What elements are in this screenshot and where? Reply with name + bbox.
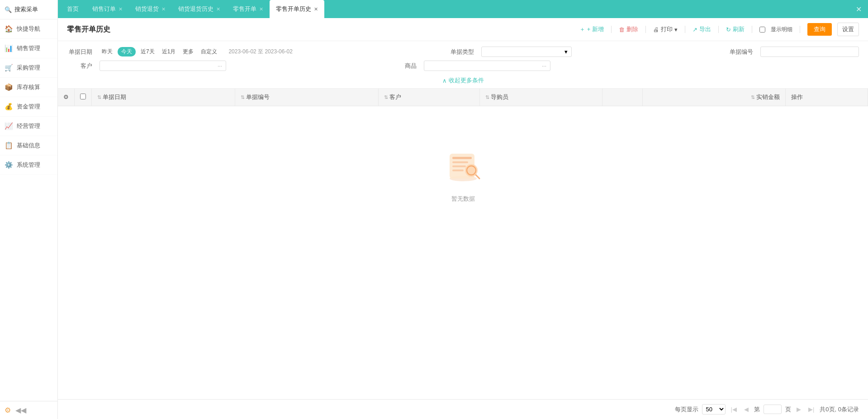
tab-close-retail-open[interactable]: ✕: [259, 6, 263, 12]
th-guide: ⇅ 导购员: [480, 89, 602, 106]
svg-rect-5: [452, 169, 464, 171]
sidebar-label-sales-mgmt: 销售管理: [17, 44, 40, 52]
new-icon: ＋: [579, 25, 585, 33]
page-size-select[interactable]: 102050100: [702, 404, 726, 414]
sort-icon[interactable]: ⇅: [97, 94, 103, 100]
chevron-up-icon: ∧: [442, 77, 447, 84]
new-button[interactable]: ＋ + 新增: [579, 25, 604, 33]
tab-label-sales-order: 销售订单: [92, 5, 116, 13]
th-checkbox[interactable]: [75, 89, 92, 106]
date-btn-近1月[interactable]: 近1月: [160, 47, 178, 56]
empty-text: 暂无数据: [451, 195, 475, 203]
sidebar-item-basic-info[interactable]: 📋基础信息: [0, 136, 57, 155]
sidebar-item-quick-nav[interactable]: 🏠快捷导航: [0, 19, 57, 39]
tab-sales-order[interactable]: 销售订单 ✕: [86, 0, 129, 18]
divider: [685, 26, 685, 33]
sidebar-item-inventory[interactable]: 📦库存核算: [0, 78, 57, 97]
export-button[interactable]: ↗ 导出: [693, 25, 711, 33]
tab-retail-open[interactable]: 零售开单 ✕: [227, 0, 270, 18]
date-btn-自定义[interactable]: 自定义: [199, 47, 219, 56]
sort-icon[interactable]: ⇅: [485, 94, 491, 100]
settings-button[interactable]: ⚙: [5, 406, 11, 414]
sidebar-search[interactable]: 🔍 搜索采单: [0, 0, 57, 19]
tab-sales-return[interactable]: 销货退货 ✕: [129, 0, 172, 18]
select-all-checkbox[interactable]: [80, 94, 86, 99]
goods-ellipsis[interactable]: ···: [542, 63, 546, 69]
page-number-input[interactable]: 1: [764, 405, 782, 414]
tab-sales-return-history[interactable]: 销货退货历史 ✕: [172, 0, 227, 18]
prev-page-button[interactable]: ◀: [742, 405, 750, 414]
goods-label: 商品: [391, 62, 417, 70]
sort-icon[interactable]: ⇅: [241, 94, 246, 100]
type-select-wrap[interactable]: ▾: [481, 47, 572, 57]
th-settings[interactable]: ⚙: [58, 89, 75, 106]
tab-close-sales-return[interactable]: ✕: [161, 6, 166, 12]
date-btn-昨天[interactable]: 昨天: [100, 47, 115, 56]
sidebar-icon-sys-mgmt: ⚙️: [5, 161, 13, 169]
refresh-icon: ↻: [726, 26, 731, 33]
settings-filter-button[interactable]: 设置: [837, 23, 859, 36]
tabbar: 首页销售订单 ✕销货退货 ✕销货退货历史 ✕零售开单 ✕零售开单历史 ✕✕: [58, 0, 868, 18]
main-area: 首页销售订单 ✕销货退货 ✕销货退货历史 ✕零售开单 ✕零售开单历史 ✕✕ 零售…: [58, 0, 868, 419]
sidebar-label-operation: 经营管理: [17, 122, 40, 130]
first-page-button[interactable]: |◀: [729, 405, 739, 414]
tab-close-retail-open-history[interactable]: ✕: [314, 6, 318, 12]
sidebar-footer: ⚙ ◀◀: [0, 401, 57, 419]
date-btn-更多[interactable]: 更多: [180, 47, 196, 56]
type-dropdown-icon: ▾: [564, 48, 568, 55]
svg-rect-2: [452, 157, 472, 159]
th-spacer: [602, 89, 642, 106]
tab-retail-open-history[interactable]: 零售开单历史 ✕: [270, 0, 324, 18]
tab-label-retail-open: 零售开单: [233, 5, 256, 13]
th-date: ⇅ 单据日期: [92, 89, 235, 106]
svg-rect-3: [452, 161, 468, 163]
filter-bar: 单据日期 昨天今天近7天近1月更多自定义 2023-06-02 至 2023-0…: [58, 41, 868, 89]
content-area: 零售开单历史 ＋ + 新增 🗑 删除 🖨 打印 ▾: [58, 18, 868, 419]
empty-icon: [441, 142, 486, 188]
empty-state: 暂无数据: [58, 106, 868, 239]
number-input[interactable]: [764, 48, 855, 55]
th-customer-label: 客户: [389, 94, 401, 100]
pagination: 每页显示 102050100 |◀ ◀ 第 1 页 ▶ ▶| 共0页, 0条记录: [58, 399, 868, 419]
collapse-filter-button[interactable]: ∧ 收起更多条件: [442, 76, 484, 85]
query-button[interactable]: 查询: [807, 23, 832, 36]
delete-button[interactable]: 🗑 删除: [619, 25, 638, 33]
sidebar-item-purchase-mgmt[interactable]: 🛒采购管理: [0, 58, 57, 78]
divider: [800, 26, 800, 33]
goods-input[interactable]: [428, 62, 542, 69]
type-input[interactable]: [485, 48, 564, 55]
collapse-sidebar-button[interactable]: ◀◀: [15, 406, 26, 414]
filter-row-2: 客户 ··· 商品 ···: [67, 61, 859, 71]
customer-input[interactable]: [104, 62, 218, 69]
last-page-button[interactable]: ▶|: [806, 405, 816, 414]
tab-label-retail-open-history: 零售开单历史: [276, 5, 311, 13]
show-detail-checkbox[interactable]: [759, 27, 765, 33]
customer-ellipsis[interactable]: ···: [218, 63, 222, 69]
window-close-button[interactable]: ✕: [851, 5, 866, 14]
svg-rect-4: [452, 165, 466, 167]
tab-close-sales-order[interactable]: ✕: [119, 6, 123, 12]
sidebar-icon-operation: 📈: [5, 122, 13, 130]
date-btn-近7天[interactable]: 近7天: [138, 47, 157, 56]
delete-icon: 🗑: [619, 26, 625, 33]
sidebar-item-sales-mgmt[interactable]: 📊销售管理: [0, 39, 57, 58]
customer-input-wrap: ···: [100, 61, 226, 71]
sort-icon[interactable]: ⇅: [751, 94, 756, 100]
date-label: 单据日期: [67, 48, 92, 56]
sidebar-label-inventory: 库存核算: [17, 83, 40, 91]
tab-home[interactable]: 首页: [60, 0, 86, 18]
th-customer: ⇅ 客户: [378, 89, 479, 106]
sort-icon[interactable]: ⇅: [384, 94, 389, 100]
tab-label-sales-return: 销货退货: [135, 5, 159, 13]
print-button[interactable]: 🖨 打印 ▾: [653, 25, 678, 33]
toolbar: ＋ + 新增 🗑 删除 🖨 打印 ▾ ↗ 导出: [579, 23, 859, 36]
tab-close-sales-return-history[interactable]: ✕: [216, 6, 220, 12]
th-date-label: 单据日期: [103, 94, 126, 100]
sidebar-item-finance[interactable]: 💰资金管理: [0, 97, 57, 117]
sidebar-item-sys-mgmt[interactable]: ⚙️系统管理: [0, 155, 57, 175]
date-btn-今天[interactable]: 今天: [118, 47, 136, 56]
refresh-button[interactable]: ↻ 刷新: [726, 25, 745, 33]
next-page-button[interactable]: ▶: [795, 405, 803, 414]
page-title: 零售开单历史: [67, 25, 579, 34]
sidebar-item-operation[interactable]: 📈经营管理: [0, 117, 57, 136]
